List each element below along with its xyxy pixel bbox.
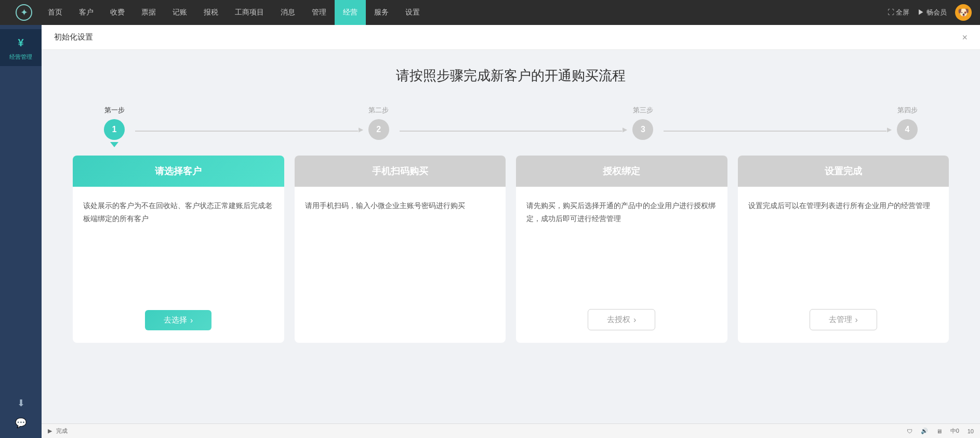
status-icon-2: 🖥 xyxy=(936,428,942,434)
status-bar-right: 🛡🔊🖥中010 xyxy=(907,427,974,435)
status-icon-4: 10 xyxy=(968,428,974,434)
cards-row: 请选择客户该处展示的客户为不在回收站、客户状态正常建账后完成老板端绑定的所有客户… xyxy=(73,156,949,343)
card-header-scan-buy: 手机扫码购买 xyxy=(295,156,506,187)
step-connector-2: ▶ xyxy=(664,131,886,132)
nav-item-票据[interactable]: 票据 xyxy=(133,0,164,25)
logo: ✦ xyxy=(8,4,39,21)
card-footer-select-customer: 去选择 › xyxy=(73,302,284,343)
play-icon: ▶ xyxy=(48,428,52,434)
card-body-scan-buy: 请用手机扫码，输入小微企业主账号密码进行购买 xyxy=(295,187,506,322)
process-container: 请按照步骤完成新客户的开通购买流程 第一步1▶第二步2▶第三步3▶第四步4 请选… xyxy=(42,50,980,423)
page-header: 初始化设置 × xyxy=(42,25,980,50)
download-icon: ⬇ xyxy=(17,397,25,409)
jingying-icon: ¥ xyxy=(12,34,29,51)
nav-right: ⛶ 全屏 ▶ 畅会员 🐶 xyxy=(888,4,972,21)
card-body-setup-done: 设置完成后可以在管理列表进行所有企业用户的经营管理 xyxy=(738,187,949,301)
card-footer-setup-done: 去管理 › xyxy=(738,301,949,343)
nav-item-客户[interactable]: 客户 xyxy=(71,0,102,25)
status-icon-3: 中0 xyxy=(950,427,959,435)
sidebar: ¥ 经营管理 ⬇ 💬 xyxy=(0,25,42,438)
main-layout: ¥ 经营管理 ⬇ 💬 初始化设置 × 请按照步骤完成新客户的开通购买流程 第一步… xyxy=(0,25,980,438)
nav-item-工商项目[interactable]: 工商项目 xyxy=(227,0,272,25)
avatar[interactable]: 🐶 xyxy=(955,4,972,21)
nav-items: 首页客户收费票据记账报税工商项目消息管理经营服务设置 xyxy=(39,0,888,25)
fullscreen-btn[interactable]: ⛶ 全屏 xyxy=(888,8,910,17)
step-circle-3: 4 xyxy=(897,119,918,140)
chat-icon: 💬 xyxy=(15,417,27,429)
nav-item-首页[interactable]: 首页 xyxy=(39,0,71,25)
steps-wrapper: 第一步1▶第二步2▶第三步3▶第四步4 xyxy=(73,106,949,147)
step-circle-2: 3 xyxy=(632,119,653,140)
status-bar: ▶ 完成 🛡🔊🖥中010 xyxy=(42,423,980,438)
vip-btn[interactable]: ▶ 畅会员 xyxy=(918,8,947,17)
step-connector-0: ▶ xyxy=(135,131,358,132)
step-circle-1: 2 xyxy=(368,119,389,140)
main-content: 初始化设置 × 请按照步骤完成新客户的开通购买流程 第一步1▶第二步2▶第三步3… xyxy=(42,25,980,438)
status-icon-1: 🔊 xyxy=(921,428,928,434)
nav-item-经营[interactable]: 经营 xyxy=(335,0,366,25)
step-label-0: 第一步 xyxy=(104,106,125,115)
step-label-2: 第三步 xyxy=(633,106,653,115)
top-nav: ✦ 首页客户收费票据记账报税工商项目消息管理经营服务设置 ⛶ 全屏 ▶ 畅会员 … xyxy=(0,0,980,25)
step-pointer-2 xyxy=(639,142,647,147)
step-pointer-0 xyxy=(110,142,118,147)
page-title: 初始化设置 xyxy=(54,32,93,42)
close-button[interactable]: × xyxy=(962,33,968,42)
step-connector-1: ▶ xyxy=(400,131,623,132)
logo-icon: ✦ xyxy=(16,4,32,21)
sidebar-bottom: ⬇ 💬 xyxy=(0,394,42,438)
nav-item-设置[interactable]: 设置 xyxy=(397,0,428,25)
card-setup-done: 设置完成设置完成后可以在管理列表进行所有企业用户的经营管理去管理 › xyxy=(738,156,949,343)
card-select-customer: 请选择客户该处展示的客户为不在回收站、客户状态正常建账后完成老板端绑定的所有客户… xyxy=(73,156,284,343)
card-btn-select-customer[interactable]: 去选择 › xyxy=(145,310,211,330)
step-pointer-3 xyxy=(903,142,911,147)
nav-item-报税[interactable]: 报税 xyxy=(195,0,227,25)
process-title: 请按照步骤完成新客户的开通购买流程 xyxy=(73,67,949,85)
step-item-0: 第一步1 xyxy=(94,106,135,147)
nav-item-记账[interactable]: 记账 xyxy=(164,0,195,25)
nav-item-消息[interactable]: 消息 xyxy=(272,0,303,25)
card-header-auth-bind: 授权绑定 xyxy=(516,156,727,187)
step-label-3: 第四步 xyxy=(897,106,918,115)
card-header-setup-done: 设置完成 xyxy=(738,156,949,187)
card-btn-auth-bind[interactable]: 去授权 › xyxy=(588,309,655,330)
card-auth-bind: 授权绑定请先购买，购买后选择开通的产品中的企业用户进行授权绑定，成功后即可进行经… xyxy=(516,156,727,343)
card-body-auth-bind: 请先购买，购买后选择开通的产品中的企业用户进行授权绑定，成功后即可进行经营管理 xyxy=(516,187,727,301)
step-item-3: 第四步4 xyxy=(886,106,928,147)
status-icon-0: 🛡 xyxy=(907,428,912,434)
sidebar-item-label: 经营管理 xyxy=(9,53,32,61)
card-footer-auth-bind: 去授权 › xyxy=(516,301,727,343)
sidebar-chat[interactable]: 💬 xyxy=(0,414,42,432)
step-item-1: 第二步2 xyxy=(358,106,400,147)
step-item-2: 第三步3 xyxy=(622,106,664,147)
nav-item-管理[interactable]: 管理 xyxy=(303,0,335,25)
card-footer-scan-buy xyxy=(295,322,506,343)
nav-item-收费[interactable]: 收费 xyxy=(102,0,133,25)
sidebar-item-jingying[interactable]: ¥ 经营管理 xyxy=(0,29,42,66)
card-header-select-customer: 请选择客户 xyxy=(73,156,284,187)
step-circle-0: 1 xyxy=(104,119,125,140)
card-body-select-customer: 该处展示的客户为不在回收站、客户状态正常建账后完成老板端绑定的所有客户 xyxy=(73,187,284,302)
sidebar-download[interactable]: ⬇ xyxy=(0,394,42,412)
card-btn-setup-done[interactable]: 去管理 › xyxy=(810,309,877,330)
card-scan-buy: 手机扫码购买请用手机扫码，输入小微企业主账号密码进行购买 xyxy=(295,156,506,343)
step-label-1: 第二步 xyxy=(368,106,389,115)
status-text: 完成 xyxy=(56,427,68,435)
nav-item-服务[interactable]: 服务 xyxy=(366,0,397,25)
step-pointer-1 xyxy=(375,142,383,147)
